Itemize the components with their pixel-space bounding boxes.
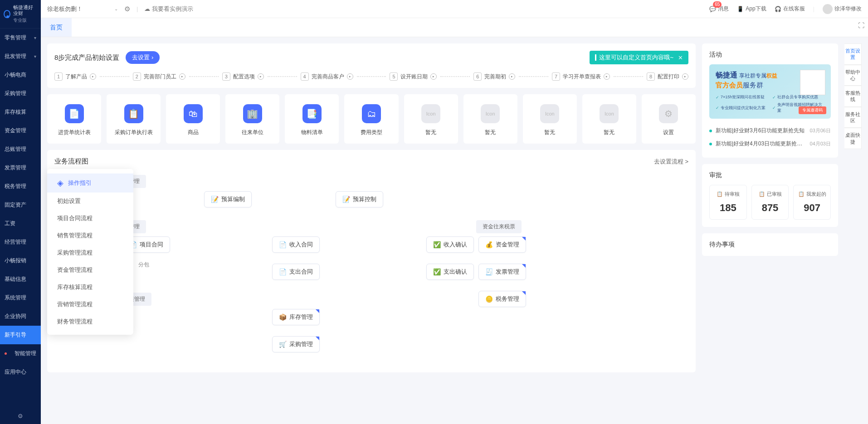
sidebar-item-3[interactable]: 采购管理 xyxy=(0,84,41,103)
setup-step-6[interactable]: 6完善期初▸ xyxy=(473,72,515,81)
shortcut-8[interactable]: Icon暂无 xyxy=(523,94,577,144)
flow-node-budget-control[interactable]: 📝预算控制 xyxy=(336,191,383,207)
popup-item-2[interactable]: 销售管理流程 xyxy=(47,227,133,244)
sidebar-item-12[interactable]: 小畅报销 xyxy=(0,251,41,270)
shortcut-10[interactable]: ⚙设置 xyxy=(642,94,696,144)
sidebar-settings-icon[interactable]: ⚙ xyxy=(0,408,41,424)
fullscreen-icon[interactable]: ⛶ xyxy=(858,22,864,29)
sidebar-item-18[interactable]: 应用中心 xyxy=(0,363,41,381)
sidebar-item-11[interactable]: 经营管理 xyxy=(0,233,41,251)
flow-node-invoice-mgmt[interactable]: 🧾发票管理 xyxy=(478,264,526,280)
sidebar-item-13[interactable]: 基础信息 xyxy=(0,270,41,289)
sidebar-item-1[interactable]: 批发管理▾ xyxy=(0,47,41,66)
popup-item-5[interactable]: 库存核算流程 xyxy=(47,279,133,296)
sidebar-item-6[interactable]: 总账管理 xyxy=(0,140,41,159)
online-service-button[interactable]: 🎧 在线客服 xyxy=(775,5,805,13)
popup-item-3[interactable]: 采购管理流程 xyxy=(47,244,133,261)
message-button[interactable]: 💬 消息 65 xyxy=(709,5,729,13)
sidebar-item-9[interactable]: 固定资产 xyxy=(0,196,41,214)
popup-item-7[interactable]: 财务管理流程 xyxy=(47,313,133,330)
shortcut-icon: 🗂 xyxy=(362,104,381,123)
close-tip-icon[interactable]: ✕ xyxy=(678,54,683,61)
setup-step-5[interactable]: 5设开账日期▸ xyxy=(390,72,437,81)
sidebar-item-15[interactable]: 企业协同 xyxy=(0,307,41,326)
flow-node-income-contract[interactable]: 📄收入合同 xyxy=(272,236,320,253)
setup-step-4[interactable]: 4完善商品客户▸ xyxy=(301,72,353,81)
news-item-0[interactable]: 新功能|好业财3月6日功能更新抢先知03月06日 xyxy=(709,124,831,137)
sidebar-item-2[interactable]: 小畅电商 xyxy=(0,66,41,84)
org-selector[interactable]: 徐老板勿删！ ⌄ xyxy=(47,5,118,13)
shortcut-3[interactable]: 🏢往来单位 xyxy=(225,94,279,144)
sidebar-item-17[interactable]: 智能管理 xyxy=(0,344,41,363)
activity-panel: 活动 畅捷通 享社群专属权益 官方会员服务群 7×15h资深顾问在线答疑社群会员… xyxy=(702,43,838,158)
sidebar-item-14[interactable]: 系统管理 xyxy=(0,289,41,307)
rail-item-1[interactable]: 帮助中心 xyxy=(844,65,862,86)
sidebar-item-5[interactable]: 资金管理 xyxy=(0,121,41,140)
shortcut-icon: Icon xyxy=(600,104,619,123)
sidebar-item-10[interactable]: 工资 xyxy=(0,214,41,233)
approval-card-2[interactable]: 📋我发起的907 xyxy=(793,185,831,220)
play-icon: ▸ xyxy=(179,73,185,80)
shortcut-9[interactable]: Icon暂无 xyxy=(582,94,636,144)
rail-item-2[interactable]: 客服热线 xyxy=(844,86,862,107)
sidebar-item-0[interactable]: 零售管理▾ xyxy=(0,29,41,47)
setup-step-2[interactable]: 2完善部门员工▸ xyxy=(133,72,185,81)
shortcut-4[interactable]: 📑物料清单 xyxy=(285,94,339,144)
popup-item-6[interactable]: 营销管理流程 xyxy=(47,296,133,313)
popup-item-1[interactable]: 项目合同流程 xyxy=(47,210,133,227)
shortcut-icon: Icon xyxy=(540,104,559,123)
clipboard-icon: 📋 xyxy=(798,191,805,197)
phone-icon: 📱 xyxy=(737,6,744,12)
approval-card-0[interactable]: 📋待审核185 xyxy=(709,185,747,220)
todo-panel: 待办事项 xyxy=(702,233,838,256)
shortcut-6[interactable]: Icon暂无 xyxy=(404,94,458,144)
sidebar-item-4[interactable]: 库存核算 xyxy=(0,103,41,121)
shortcut-2[interactable]: 🛍商品 xyxy=(166,94,220,144)
flow-node-inventory[interactable]: 📦库存管理 xyxy=(272,309,320,325)
sidebar-nav: 零售管理▾批发管理▾小畅电商采购管理库存核算资金管理总账管理发票管理税务管理固定… xyxy=(0,29,41,408)
play-icon: ▸ xyxy=(347,73,353,80)
popup-item-0[interactable]: 初始设置 xyxy=(47,193,133,210)
play-icon: ▸ xyxy=(509,73,515,80)
setup-step-8[interactable]: 8配置打印▸ xyxy=(647,72,688,81)
rail-item-0[interactable]: 首页设置 xyxy=(844,43,862,65)
flow-node-expense-contract[interactable]: 📄支出合同 xyxy=(272,264,320,280)
go-setup-button[interactable]: 去设置 › xyxy=(126,51,160,64)
flow-node-income-confirm[interactable]: ✅收入确认 xyxy=(426,236,474,253)
gear-icon[interactable]: ⚙ xyxy=(124,5,130,13)
sidebar-item-16[interactable]: 新手引导 xyxy=(0,326,41,344)
news-item-1[interactable]: 新功能|好业财4月03日功能更新抢先知04月03日 xyxy=(709,137,831,150)
flow-node-funds-mgmt[interactable]: 💰资金管理 xyxy=(478,236,526,253)
setup-step-7[interactable]: 7学习开单查报表▸ xyxy=(552,72,610,81)
popup-guide-header[interactable]: ◈ 操作指引 xyxy=(47,173,133,193)
demo-link[interactable]: ☁ 我要看实例演示 xyxy=(144,5,193,13)
shortcut-icon: Icon xyxy=(481,104,500,123)
shortcut-icon: 🏢 xyxy=(243,104,262,123)
tab-home[interactable]: 首页 xyxy=(41,18,72,37)
popup-item-4[interactable]: 资金管理流程 xyxy=(47,261,133,279)
sidebar-item-8[interactable]: 税务管理 xyxy=(0,177,41,196)
avatar xyxy=(823,4,833,14)
logo-name: 畅捷通好业财 xyxy=(13,5,37,16)
app-download-button[interactable]: 📱 App下载 xyxy=(737,5,766,13)
setup-step-1[interactable]: 1了解产品▸ xyxy=(54,72,96,81)
flow-settings-link[interactable]: 去设置流程 > xyxy=(654,158,688,166)
flow-node-budget-compile[interactable]: 📝预算编制 xyxy=(204,191,252,207)
shortcut-0[interactable]: 📄进货单统计表 xyxy=(47,94,101,144)
setup-step-3[interactable]: 3配置选项▸ xyxy=(222,72,264,81)
rail-item-4[interactable]: 桌面快捷 xyxy=(844,128,862,149)
user-menu[interactable]: 徐泽华修改 xyxy=(823,4,862,14)
activity-banner[interactable]: 畅捷通 享社群专属权益 官方会员服务群 7×15h资深顾问在线答疑社群会员专享购… xyxy=(709,64,831,119)
shortcut-7[interactable]: Icon暂无 xyxy=(463,94,517,144)
rail-item-3[interactable]: 服务社区 xyxy=(844,107,862,128)
flow-node-tax-mgmt[interactable]: 🪙税务管理 xyxy=(478,291,526,307)
approval-card-1[interactable]: 📋已审核875 xyxy=(751,185,789,220)
shortcut-1[interactable]: 📋采购订单执行表 xyxy=(107,94,161,144)
tabs: 首页 ⛶ xyxy=(41,18,868,37)
flow-node-expense-confirm[interactable]: ✅支出确认 xyxy=(426,264,474,280)
flow-node-purchase[interactable]: 🛒采购管理 xyxy=(272,336,320,352)
shortcut-5[interactable]: 🗂费用类型 xyxy=(344,94,398,144)
tax-icon: 🪙 xyxy=(485,295,493,303)
chevron-down-icon: ⌄ xyxy=(114,6,118,11)
sidebar-item-7[interactable]: 发票管理 xyxy=(0,159,41,177)
